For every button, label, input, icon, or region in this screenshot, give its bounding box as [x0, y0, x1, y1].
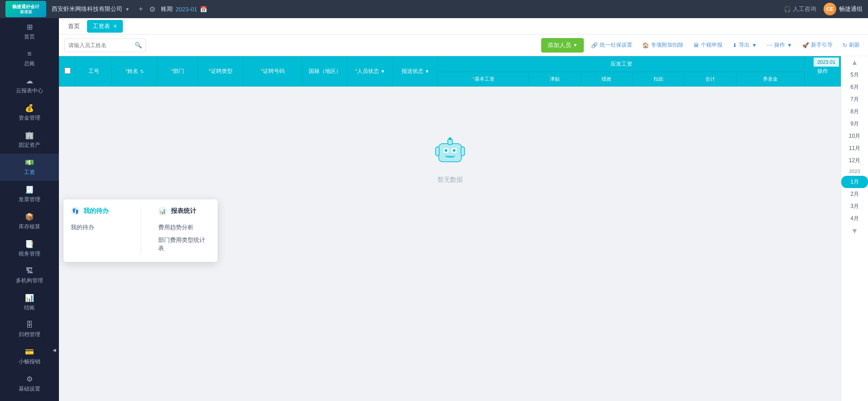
dropdown-popup: 👣 我的待办 我的待办 📊 报表统计 费用趋势分析 部门费用类型统计表 [63, 199, 218, 262]
calendar-month-11[interactable]: 11月 [841, 142, 868, 155]
popup-report-item-2[interactable]: 部门费用类型统计表 [158, 234, 211, 255]
sidebar-item-settle[interactable]: 📊 结账 [0, 289, 59, 316]
sidebar-item-ledger[interactable]: ≡ 总账 [0, 45, 59, 72]
refresh-icon: ↻ [843, 42, 847, 48]
tax-decl-icon: 🏛 [693, 42, 699, 48]
tax-icon: 📑 [25, 240, 34, 248]
company-selector[interactable]: 西安虾米网络科技有限公司 ▼ [52, 5, 130, 13]
sidebar-item-home[interactable]: ⊞ 首页 [0, 18, 59, 45]
sidebar-item-cloud-report[interactable]: ☁ 云报表中心 [0, 72, 59, 99]
toolbar-right: 添加人员 ▼ 🔗 统一社保设置 🏠 专项附加扣除 🏛 个税申报 ⬇ [541, 38, 863, 53]
svg-point-4 [453, 149, 456, 152]
basic-settings-icon: ⚙ [26, 375, 33, 383]
calendar-month-7[interactable]: 7月 [841, 93, 868, 106]
header-total: 合计 [684, 72, 736, 87]
header-name: *姓名 ⇅ [112, 57, 157, 87]
operation-button[interactable]: ⋯ 操作 ▼ [764, 39, 795, 51]
todo-section-icon: 👣 [71, 207, 80, 216]
sidebar-item-archive[interactable]: 🗄 归档管理 [0, 316, 59, 343]
headset-icon: 🎧 [784, 6, 791, 13]
search-input[interactable] [68, 42, 132, 48]
search-box[interactable]: 🔍 [64, 39, 146, 52]
sidebar-collapse-icon: ◀ [53, 348, 56, 353]
refresh-button[interactable]: ↻ 刷新 [840, 39, 863, 51]
settings-button[interactable]: ⚙ [149, 5, 155, 14]
send-status-filter-icon[interactable]: ▼ [425, 69, 429, 74]
header-subsidy: 津贴 [529, 72, 581, 87]
new-guide-button[interactable]: 🚀 新手引导 [800, 39, 835, 51]
svg-rect-8 [461, 147, 465, 156]
header-cert-no: *证聘号码 [243, 57, 302, 87]
export-icon: ⬇ [732, 42, 737, 48]
tax-declaration-button[interactable]: 🏛 个税申报 [691, 39, 725, 51]
period-label: 账期 [161, 5, 173, 13]
sidebar-item-fixed-assets[interactable]: 🏢 固定资产 [0, 126, 59, 154]
export-button[interactable]: ⬇ 导出 ▼ [730, 39, 760, 51]
user-profile[interactable]: CE 畅捷通组 [824, 3, 863, 15]
search-icon: 🔍 [135, 42, 142, 48]
sidebar-item-salary[interactable]: 💵 工资 [0, 154, 59, 181]
sidebar-item-tax[interactable]: 📑 税务管理 [0, 235, 59, 262]
status-filter-icon[interactable]: ▼ [381, 69, 385, 74]
operation-icon: ⋯ [767, 42, 772, 48]
sidebar-item-invoice[interactable]: 🧾 发票管理 [0, 181, 59, 208]
multi-org-icon: 🏗 [26, 267, 33, 275]
header-cert-type: *证聘类型 [198, 57, 243, 87]
company-name: 西安虾米网络科技有限公司 [52, 5, 122, 13]
export-dropdown-icon: ▼ [752, 42, 757, 48]
sidebar-item-expense[interactable]: 💳 小畅报销 ◀ [0, 343, 59, 370]
app-logo: 畅捷通好会计 极速版 [5, 1, 46, 17]
ledger-icon: ≡ [27, 50, 31, 58]
calendar-nav-down[interactable]: ▼ [841, 225, 868, 237]
sidebar-item-finance[interactable]: 💰 资金管理 [0, 99, 59, 126]
popup-todo-item-1[interactable]: 我的待办 [71, 221, 123, 234]
calendar-month-12[interactable]: 12月 [841, 155, 868, 167]
header-dept: *部门 [157, 57, 198, 87]
header-deduction: 扣款 [632, 72, 684, 87]
header-salary-group: 应发工资 [438, 57, 805, 72]
right-panel: ▲ 5月 6月 7月 8月 9月 10月 11月 12月 2023 1月 2月 … [841, 56, 868, 401]
calendar-month-6[interactable]: 6月 [841, 81, 868, 93]
special-deduction-button[interactable]: 🏠 专项附加扣除 [640, 39, 686, 51]
popup-section-report: 📊 报表统计 费用趋势分析 部门费用类型统计表 [158, 207, 211, 255]
social-insurance-button[interactable]: 🔗 统一社保设置 [588, 39, 635, 51]
toolbar: 🔍 添加人员 ▼ 🔗 统一社保设置 🏠 专项附加扣除 🏛 个税申报 [59, 34, 868, 56]
calendar-month-5[interactable]: 5月 [841, 69, 868, 81]
period-info: 账期 2023-01 📅 [161, 5, 207, 13]
select-all-checkbox[interactable] [64, 68, 71, 74]
sidebar-item-basic[interactable]: ⚙ 基础设置 [0, 370, 59, 397]
sidebar-item-inventory[interactable]: 📦 库存核算 [0, 208, 59, 235]
operation-dropdown-icon: ▼ [787, 42, 792, 48]
calendar-nav-up[interactable]: ▲ [841, 56, 868, 69]
popup-section-todo: 👣 我的待办 我的待办 [71, 207, 123, 255]
calendar-month-1-current[interactable]: 1月 [841, 176, 868, 188]
header-checkbox-col [59, 57, 76, 87]
customer-service[interactable]: 🎧 人工咨询 [784, 5, 816, 13]
sidebar-item-multi-org[interactable]: 🏗 多机构管理 [0, 262, 59, 289]
top-bar: 畅捷通好会计 极速版 西安虾米网络科技有限公司 ▼ + ⚙ 账期 2023-01… [0, 0, 868, 18]
company-dropdown-arrow[interactable]: ▼ [125, 7, 130, 12]
finance-icon: 💰 [25, 104, 34, 112]
calendar-month-2[interactable]: 2月 [841, 188, 868, 200]
period-value: 2023-01 [175, 6, 197, 13]
tab-home[interactable]: 首页 [63, 20, 85, 33]
name-sort-icon[interactable]: ⇅ [140, 69, 144, 74]
add-button[interactable]: + [139, 5, 143, 13]
tab-close-icon[interactable]: ✕ [113, 23, 117, 29]
tab-salary[interactable]: 工资表 ✕ [87, 20, 123, 33]
calendar-button[interactable]: 📅 [200, 6, 207, 13]
home-icon: ⊞ [27, 23, 33, 31]
calendar-month-8[interactable]: 8月 [841, 106, 868, 118]
calendar-year-2023: 2023 [841, 167, 868, 176]
add-person-button[interactable]: 添加人员 ▼ [541, 38, 584, 53]
popup-todo-title[interactable]: 👣 我的待办 [71, 207, 123, 216]
special-deduction-icon: 🏠 [642, 42, 649, 48]
calendar-month-4[interactable]: 4月 [841, 213, 868, 225]
social-insurance-icon: 🔗 [591, 42, 598, 48]
popup-report-title[interactable]: 📊 报表统计 [158, 207, 211, 216]
sidebar-item-guide[interactable]: ▶ 新手引导 [0, 397, 59, 401]
calendar-month-3[interactable]: 3月 [841, 200, 868, 213]
popup-report-item-1[interactable]: 费用趋势分析 [158, 221, 211, 234]
calendar-month-9[interactable]: 9月 [841, 118, 868, 130]
calendar-month-10[interactable]: 10月 [841, 130, 868, 142]
